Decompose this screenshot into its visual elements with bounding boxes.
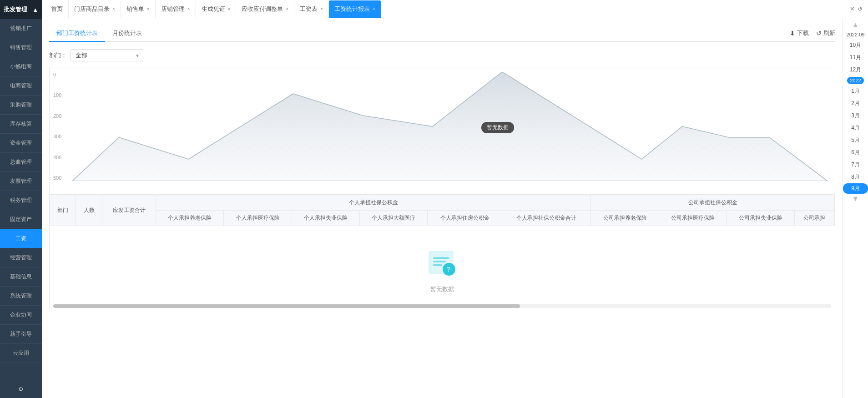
timeline-month-3[interactable]: 3月 — [843, 110, 868, 122]
timeline-month-8[interactable]: 8月 — [843, 171, 868, 183]
sidebar-item-xinshou[interactable]: 新手引导 — [0, 325, 42, 344]
sidebar: 批发管理 ▲ 营销推广 销售管理 小畅电商 电商管理 采购管理 库存核算 资金管… — [0, 0, 42, 398]
th-count: 人数 — [76, 195, 102, 226]
th-company-pension: 公司承担养老保险 — [591, 211, 659, 226]
refresh-icon2: ↺ — [816, 30, 822, 37]
tab-payroll-report[interactable]: 工资统计报表 × — [329, 0, 381, 18]
chart-y-axis: 500 400 300 200 100 0 — [53, 72, 61, 181]
table-container: 部门 人数 应发工资合计 个人承担社保公积金 公司承担社保公积金 个人承担养老保… — [49, 194, 835, 310]
sidebar-item-xitong[interactable]: 系统管理 — [0, 287, 42, 306]
timeline-sidebar: ▲ 2022.09 10月 11月 12月 2022 1月 2月 3月 4月 — [843, 18, 868, 398]
th-personal-housing: 个人承担住房公积金 — [427, 211, 502, 226]
th-company-other: 公司承担 — [794, 211, 834, 226]
sidebar-item-qiye[interactable]: 企业协同 — [0, 306, 42, 325]
empty-icon: ? — [424, 244, 460, 281]
sidebar-item-zijin[interactable]: 资金管理 — [0, 134, 42, 153]
empty-state: ? 暂无数据 — [50, 226, 835, 302]
sidebar-item-xiaochang[interactable]: 小畅电商 — [0, 57, 42, 76]
tab-store-catalog[interactable]: 门店商品目录 × — [69, 0, 121, 18]
gear-icon: ⚙ — [18, 386, 24, 393]
tab-store-manage[interactable]: 店铺管理 × — [156, 0, 196, 18]
th-company-medical: 公司承担医疗保险 — [659, 211, 727, 226]
svg-rect-6 — [433, 264, 442, 266]
tab-bar: 首页 门店商品目录 × 销售单 × 店铺管理 × 生成凭证 × 应收应付调整单 … — [42, 0, 868, 18]
sub-tab-monthly[interactable]: 月份统计表 — [105, 25, 149, 42]
sidebar-item-kucun[interactable]: 库存核算 — [0, 115, 42, 134]
sidebar-item-jingying[interactable]: 经营管理 — [0, 248, 42, 267]
chart-container: 500 400 300 200 100 0 — [49, 67, 835, 194]
sub-tab-dept-salary[interactable]: 部门工资统计表 — [49, 25, 105, 42]
th-personal-unemployment: 个人承担失业保险 — [292, 211, 359, 226]
sidebar-item-xiaoshou[interactable]: 销售管理 — [0, 38, 42, 57]
th-company-unemployment: 公司承担失业保险 — [727, 211, 794, 226]
tab-home[interactable]: 首页 — [45, 0, 69, 18]
sidebar-item-gongzi[interactable]: 工资 — [0, 229, 42, 248]
tab-close-payroll-report[interactable]: × — [373, 6, 375, 11]
sidebar-item-dianshangguan[interactable]: 电商管理 — [0, 76, 42, 96]
tab-bar-close-btn[interactable]: ✕ ↺ — [848, 5, 864, 12]
refresh-btn[interactable]: ↺ 刷新 — [816, 29, 835, 37]
sidebar-item-caigou[interactable]: 采购管理 — [0, 96, 42, 115]
refresh-icon: ↺ — [858, 5, 863, 12]
timeline-month-9[interactable]: 9月 — [843, 183, 868, 194]
sidebar-item-fapiao[interactable]: 发票管理 — [0, 172, 42, 191]
tab-close-generate-voucher[interactable]: × — [228, 6, 231, 11]
horizontal-scrollbar[interactable] — [53, 304, 831, 308]
th-total-salary: 应发工资合计 — [102, 195, 156, 226]
sub-tabs: 部门工资统计表 月份统计表 ⬇ 下载 ↺ 刷新 — [49, 25, 835, 42]
sidebar-toggle-icon: ▲ — [32, 6, 38, 13]
sidebar-item-yunyingyong[interactable]: 云应用 — [0, 344, 42, 363]
empty-label: 暂无数据 — [430, 285, 454, 293]
timeline-down-nav[interactable]: ▼ — [851, 194, 860, 204]
download-icon: ⬇ — [790, 30, 795, 37]
timeline-month-7[interactable]: 7月 — [843, 159, 868, 171]
sidebar-item-jichu[interactable]: 基础信息 — [0, 267, 42, 287]
timeline-month-6[interactable]: 6月 — [843, 146, 868, 159]
timeline-month-4[interactable]: 4月 — [843, 122, 868, 134]
tab-close-store-catalog[interactable]: × — [112, 6, 115, 11]
close-icon: ✕ — [850, 5, 855, 12]
th-personal-group: 个人承担社保公积金 — [156, 195, 591, 211]
th-personal-total: 个人承担社保公积金合计 — [502, 211, 591, 226]
svg-rect-5 — [433, 261, 446, 262]
page-content: 部门工资统计表 月份统计表 ⬇ 下载 ↺ 刷新 — [42, 18, 843, 398]
sidebar-header[interactable]: 批发管理 ▲ — [0, 0, 42, 19]
sidebar-settings[interactable]: ⚙ — [0, 380, 42, 398]
content-area: 部门工资统计表 月份统计表 ⬇ 下载 ↺ 刷新 — [42, 18, 868, 398]
tab-close-store-manage[interactable]: × — [187, 6, 190, 11]
sidebar-item-shuiwu[interactable]: 税务管理 — [0, 191, 42, 210]
main-area: 首页 门店商品目录 × 销售单 × 店铺管理 × 生成凭证 × 应收应付调整单 … — [42, 0, 868, 398]
sidebar-item-zongzhang[interactable]: 总账管理 — [0, 153, 42, 172]
timeline-month-1[interactable]: 1月 — [843, 85, 868, 97]
sidebar-item-yingxiao[interactable]: 营销推广 — [0, 19, 42, 38]
data-table: 部门 人数 应发工资合计 个人承担社保公积金 公司承担社保公积金 个人承担养老保… — [50, 195, 835, 226]
tab-close-payroll[interactable]: × — [320, 6, 323, 11]
th-company-group: 公司承担社保公积金 — [591, 195, 835, 211]
timeline-month-2[interactable]: 2月 — [843, 97, 868, 110]
timeline-month-10[interactable]: 10月 — [843, 39, 868, 51]
download-btn[interactable]: ⬇ 下载 — [790, 29, 809, 37]
tab-sales-order[interactable]: 销售单 × — [121, 0, 156, 18]
timeline-month-5[interactable]: 5月 — [843, 134, 868, 146]
sidebar-item-guding[interactable]: 固定资产 — [0, 210, 42, 229]
tab-close-ar-ap-adjust[interactable]: × — [286, 6, 288, 11]
dept-select[interactable]: 全部 — [71, 49, 143, 61]
chart-svg — [72, 72, 828, 181]
tab-payroll[interactable]: 工资表 × — [294, 0, 329, 18]
th-dept: 部门 — [50, 195, 76, 226]
timeline-year-header: 2022.09 — [846, 30, 866, 39]
tab-generate-voucher[interactable]: 生成凭证 × — [196, 0, 237, 18]
tab-ar-ap-adjust[interactable]: 应收应付调整单 × — [236, 0, 294, 18]
th-personal-pension: 个人承担养老保险 — [156, 211, 224, 226]
th-personal-medical: 个人承担医疗保险 — [224, 211, 292, 226]
dept-select-wrapper: 全部 ▼ — [71, 49, 143, 61]
timeline-up-nav[interactable]: ▲ — [851, 20, 860, 30]
timeline-month-12[interactable]: 12月 — [843, 64, 868, 76]
chart-tooltip: 暂无数据 — [481, 122, 514, 133]
svg-text:?: ? — [447, 266, 450, 273]
tab-close-sales-order[interactable]: × — [147, 6, 150, 11]
svg-marker-0 — [72, 72, 828, 181]
sidebar-title: 批发管理 — [4, 5, 27, 14]
timeline-month-11[interactable]: 11月 — [843, 51, 868, 64]
scroll-thumb[interactable] — [53, 304, 520, 308]
